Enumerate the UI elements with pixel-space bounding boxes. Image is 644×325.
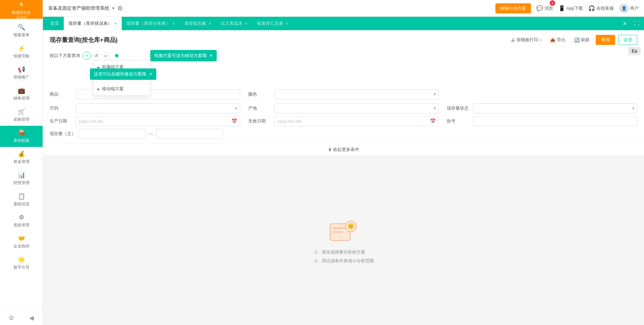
online-support-action[interactable]: 🎧 在线客服 [588, 5, 614, 11]
export-btn[interactable]: 📤 导出 [547, 36, 568, 44]
tab-batch-label: 库存批次账 [184, 20, 206, 26]
app-download-action[interactable]: 📱 App下载 [558, 5, 583, 11]
color-dropdown-arrow: ▾ [434, 92, 436, 97]
tab-bar-right: ✕ ⛶ [620, 19, 641, 28]
stock-main-from[interactable] [78, 129, 146, 139]
tab-stock-dist[interactable]: 现存量（库存分布表） ✕ [122, 17, 180, 30]
tab-close-all-btn[interactable]: ✕ [620, 19, 629, 28]
page-header: 现存量查询(按仓库+商品) 🖨 按模板打印 ▾ 📤 导出 🔄 刷新 查询 设置 [43, 30, 644, 48]
refresh-scheme-btn[interactable]: ↺ [92, 52, 100, 60]
add-scheme-btn[interactable]: ＋ [83, 52, 91, 60]
navbar-right: 体验行业方案 💬 消息 8 📱 App下载 🎧 在线客服 👤 用户 [495, 3, 639, 13]
field-stock-status: 现存量状态 ▾ [447, 103, 637, 113]
online-support-label: 在线客服 [596, 5, 614, 11]
user-action[interactable]: 👤 用户 [619, 4, 639, 13]
print-icon: 🖨 [511, 38, 515, 43]
sidebar-item-management[interactable]: 📊 经营管理 [0, 168, 43, 189]
sidebar-item-inventory-label: 库存核算 [13, 138, 30, 144]
phone-icon: 📱 [558, 5, 565, 11]
query-btn[interactable]: 查询 [596, 35, 615, 45]
origin-input[interactable]: ▾ [274, 103, 439, 113]
collapse-more-btn[interactable]: ⬆ 收起更多条件 [43, 144, 644, 156]
reset-btn[interactable]: 设置 [619, 35, 637, 45]
expiry-date-input[interactable]: yyyy-mm-dd 📅 [274, 116, 439, 126]
empty-illustration: 😕 [327, 217, 360, 244]
page-header-actions: 🖨 按模板打印 ▾ 📤 导出 🔄 刷新 查询 设置 [508, 35, 637, 45]
empty-tip-1: 1 请先选择要分析的方案 [313, 249, 374, 255]
filter-section: 按以下方案查询 ＋ ↺ « ▸ 电脑端方案 按照品 [43, 48, 644, 144]
scheme-active-dot [115, 54, 118, 57]
sidebar-menu: 🔍 搜索菜单 ⚡ 快捷导航 📢 营销推广 💼 销售管理 🛒 采购管理 📦 库存核… [0, 19, 43, 311]
collapse-sidebar-btn[interactable]: ◀ [29, 314, 34, 322]
sidebar-item-nav[interactable]: ⚡ 快捷导航 [0, 41, 43, 62]
expand-icon2: ▸ [98, 87, 100, 92]
tab-batch[interactable]: 库存批次账 ✕ [180, 17, 216, 30]
sidebar-item-system[interactable]: ⚙ 系统管理 [0, 210, 43, 231]
color-label: 颜色 [248, 91, 272, 97]
product-label: 商品 [50, 91, 73, 97]
tab-flow[interactable]: 出入库流水 ✕ [216, 17, 252, 30]
sidebar-item-purchase[interactable]: 🛒 采购管理 [0, 105, 43, 126]
sidebar-item-finance[interactable]: 💰 资金管理 [0, 147, 43, 168]
sidebar-item-basic-label: 基础信息 [13, 201, 30, 207]
user-label: 用户 [630, 5, 639, 11]
stock-main-range: — [78, 129, 637, 139]
tab-home-label: 首页 [50, 20, 59, 26]
tab-stock-status-close[interactable]: ✕ [114, 22, 117, 25]
prev-scheme-btn[interactable]: « [102, 52, 110, 60]
trial-button[interactable]: 体验行业方案 [495, 3, 531, 13]
tab-home[interactable]: 首页 [46, 17, 64, 30]
finance-icon: 💰 [18, 150, 25, 158]
sidebar-item-search[interactable]: 🔍 搜索菜单 [0, 20, 43, 41]
collab-icon: 🤝 [18, 235, 25, 242]
color-input[interactable]: ▾ [274, 89, 439, 99]
sidebar-item-marketing[interactable]: 📢 营销推广 [0, 62, 43, 84]
tab-summary[interactable]: 收发存汇总表 ✕ [252, 17, 293, 30]
sidebar-item-sales[interactable]: 💼 销售管理 [0, 84, 43, 105]
tab-summary-close[interactable]: ✕ [285, 22, 288, 25]
svg-text:6: 6 [20, 2, 23, 7]
settings-btn[interactable]: ⚙ [9, 314, 14, 322]
product-dots: ··· [79, 92, 83, 97]
sidebar-item-collab[interactable]: 🤝 企业协同 [0, 231, 43, 253]
batch-input[interactable] [473, 116, 637, 126]
inventory-icon: 📦 [18, 129, 25, 137]
tab-stock-status[interactable]: 现存量（库存状况表） ✕ [64, 17, 122, 30]
sidebar-item-guide-label: 新手引导 [13, 265, 30, 270]
empty-state: 😕 1 请先选择要分析的方案 2 用过滤条件来缩小分析范围 [43, 156, 644, 325]
system-dropdown-icon[interactable]: ▾ [112, 5, 115, 11]
nav-icon: ⚡ [18, 45, 25, 52]
sidebar-item-guide[interactable]: 🌟 新手引导 [0, 253, 43, 274]
settings-icon[interactable]: ⚙ [117, 5, 123, 12]
sidebar-item-basic[interactable]: 📋 基础信息 [0, 189, 43, 210]
stock-status-input[interactable]: ▾ [473, 103, 637, 113]
field-prod-date: 生产日期 yyyy-mm-dd 📅 [50, 116, 240, 126]
print-dropdown-icon: ▾ [540, 38, 541, 42]
tab-flow-close[interactable]: ✕ [245, 22, 248, 25]
message-icon: 💬 [536, 5, 543, 11]
size-dropdown-arrow: ▾ [235, 106, 237, 111]
refresh-btn[interactable]: 🔄 刷新 [572, 36, 592, 44]
message-action[interactable]: 💬 消息 8 [536, 5, 553, 11]
print-btn[interactable]: 🖨 按模板打印 ▾ [508, 36, 544, 44]
sidebar-item-marketing-label: 营销推广 [13, 74, 30, 80]
user-avatar: 👤 [619, 4, 629, 13]
size-input[interactable]: ▾ [76, 103, 240, 113]
tooltip-scheme-close[interactable]: ✕ [209, 53, 213, 58]
sidebar-item-inventory[interactable]: 📦 库存核算 [0, 126, 43, 147]
prod-date-input[interactable]: yyyy-mm-dd 📅 [76, 116, 240, 126]
page-content: 现存量查询(按仓库+商品) 🖨 按模板打印 ▾ 📤 导出 🔄 刷新 查询 设置 [43, 30, 644, 325]
stock-status-dropdown-arrow: ▾ [632, 106, 634, 111]
scheme-mobile-item[interactable]: ▸ 移动端方案 [94, 84, 150, 94]
stock-main-to[interactable] [156, 129, 223, 139]
purchase-icon: 🛒 [18, 108, 25, 115]
scheme-mobile-label: 移动端方案 [102, 86, 124, 92]
tab-batch-close[interactable]: ✕ [208, 22, 211, 25]
tab-maximize-btn[interactable]: ⛶ [632, 19, 641, 28]
tab-stock-dist-close[interactable]: ✕ [172, 22, 175, 25]
tooltip-edit-close[interactable]: ✕ [149, 72, 152, 76]
collapse-up-icon: ⬆ [328, 147, 332, 152]
range-separator: — [148, 131, 154, 137]
expiry-date-label: 失效日期 [248, 118, 272, 124]
filter-fields-row3: 生产日期 yyyy-mm-dd 📅 失效日期 yyyy-mm-dd 📅 [50, 115, 637, 127]
